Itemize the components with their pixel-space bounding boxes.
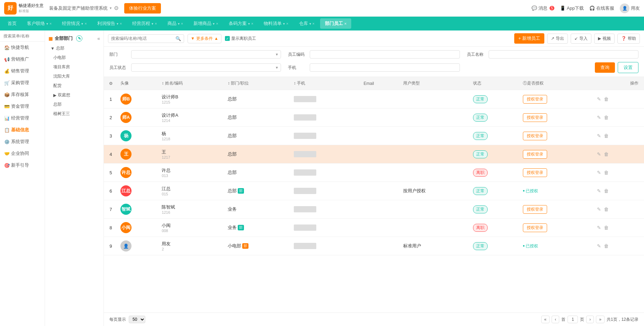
edit-icon[interactable]: ✎ xyxy=(597,170,601,175)
sidebar-item-collab[interactable]: 🤝 企业协同 xyxy=(0,148,45,159)
action-icons: ✎ 🗑 xyxy=(597,96,638,102)
dept-node-peihuo[interactable]: 配货 xyxy=(45,81,103,90)
sidebar-item-sales[interactable]: 💰 销售管理 xyxy=(0,65,45,77)
edit-icon[interactable]: ✎ xyxy=(597,225,601,230)
message-btn[interactable]: 💬 消息 5 xyxy=(532,5,554,11)
auth-login-btn[interactable]: 授权登录 xyxy=(523,205,547,214)
delete-icon[interactable]: 🗑 xyxy=(604,243,609,249)
tab-warehouse[interactable]: 仓库 ▾× xyxy=(294,18,319,29)
col-dept[interactable]: ↕ 部门/职位 xyxy=(225,77,291,90)
delete-icon[interactable]: 🗑 xyxy=(604,96,609,102)
col-phone[interactable]: ↕ 手机 xyxy=(291,77,361,90)
auth-login-btn[interactable]: 授权登录 xyxy=(523,113,547,122)
dept-tree-collapse-btn[interactable]: « xyxy=(97,36,100,41)
delete-icon[interactable]: 🗑 xyxy=(604,115,609,120)
edit-icon[interactable]: ✎ xyxy=(597,188,601,194)
employee-code: 1214 xyxy=(162,118,222,123)
prev-page-btn[interactable]: ‹ xyxy=(552,316,559,323)
tab-profit[interactable]: 利润报告 ▾× xyxy=(92,18,127,29)
edit-icon[interactable]: ✎ xyxy=(597,206,601,212)
resigned-checkbox[interactable]: ✓ xyxy=(225,36,230,41)
online-service-btn[interactable]: 🎧 在线客服 xyxy=(589,5,614,11)
tab-employees[interactable]: 部门员工 × xyxy=(320,18,351,29)
filter-status-select[interactable]: ▾ xyxy=(131,63,281,72)
sidebar-item-mgmt[interactable]: 📊 经营管理 xyxy=(0,112,45,124)
phone-value: •••••• xyxy=(294,151,316,157)
import-button[interactable]: ↙ 导入 xyxy=(571,34,591,44)
tab-barcode[interactable]: 条码方案 ▾× xyxy=(224,18,258,29)
help-button[interactable]: ❓ 帮助 xyxy=(617,34,640,44)
dept-node-zongbu-parent[interactable]: ▼ 总部 xyxy=(45,44,103,53)
gear-icon[interactable]: ⚙ xyxy=(114,5,119,11)
tab-customer[interactable]: 客户联络 ▾× xyxy=(22,18,56,29)
tab-add-goods[interactable]: 新增商品 ▾× xyxy=(189,18,223,29)
employee-avatar: 王 xyxy=(120,149,131,160)
delete-icon[interactable]: 🗑 xyxy=(604,151,609,157)
col-avatar: 头像 xyxy=(118,77,159,90)
dropdown-arrow-icon[interactable]: ▾ xyxy=(110,6,112,10)
col-settings[interactable]: ⚙ xyxy=(104,77,118,90)
dept-node-shenyang[interactable]: 沈阳大库 xyxy=(45,72,103,81)
sidebar-item-purchase[interactable]: 🛒 采购管理 xyxy=(0,77,45,89)
edit-icon[interactable]: ✎ xyxy=(597,243,601,249)
auth-login-btn[interactable]: 授权登录 xyxy=(523,168,547,177)
dept-node-xiangmu[interactable]: 项目库房 xyxy=(45,62,103,72)
filter-empname-input[interactable] xyxy=(489,50,638,59)
tab-goods[interactable]: 商品 ▾× xyxy=(163,18,188,29)
tab-operation[interactable]: 经营情况 ▾× xyxy=(57,18,91,29)
edit-icon[interactable]: ✎ xyxy=(597,115,601,120)
sidebar-item-stock[interactable]: 📦 库存核算 xyxy=(0,89,45,100)
filter-empcode-input[interactable] xyxy=(310,50,460,59)
auth-login-btn[interactable]: 授权登录 xyxy=(523,223,547,232)
edit-icon[interactable]: ✎ xyxy=(597,133,601,139)
col-name[interactable]: ↕ 姓名/编码 xyxy=(159,77,225,90)
sidebar-item-guide[interactable]: 🎯 新手引导 xyxy=(0,159,45,171)
last-page-btn[interactable]: » xyxy=(596,316,605,323)
trial-button[interactable]: 体验行业方案 xyxy=(124,3,161,14)
delete-icon[interactable]: 🗑 xyxy=(604,188,609,194)
pagination: « ‹ 首 1 页 › » 共1页，12条记录 xyxy=(541,316,638,323)
filter-more-btn[interactable]: ▼ 更多条件 ▲ xyxy=(188,34,221,43)
dept-node-xiaodibu[interactable]: 小电部 xyxy=(45,53,103,62)
first-page-btn[interactable]: « xyxy=(541,316,550,323)
filter-dept-select[interactable]: ▾ xyxy=(131,50,281,59)
view-button[interactable]: ▶ 视频 xyxy=(594,34,615,44)
dept-node-shuangting[interactable]: ▶ 双庭想 xyxy=(45,90,103,100)
dept-tree-settings-icon[interactable]: ✎ xyxy=(76,35,82,42)
sidebar-search-input[interactable] xyxy=(3,34,45,38)
edit-icon[interactable]: ✎ xyxy=(597,96,601,102)
dept-node-zongbu-sub[interactable]: 总部 xyxy=(45,100,103,109)
auth-login-btn[interactable]: 授权登录 xyxy=(523,132,547,140)
filter-phone-input[interactable] xyxy=(310,63,460,72)
tab-history[interactable]: 经营历程 ▾× xyxy=(127,18,162,29)
delete-icon[interactable]: 🗑 xyxy=(604,133,609,139)
add-employee-button[interactable]: + 新增员工 xyxy=(514,33,544,44)
auth-login-btn[interactable]: 授权登录 xyxy=(523,150,547,159)
sidebar-item-marketing[interactable]: 📢 营销推广 xyxy=(0,53,45,65)
export-button[interactable]: ↗ 导出 xyxy=(547,34,568,44)
edit-icon[interactable]: ✎ xyxy=(597,151,601,157)
col-auth[interactable]: ①是否授权 xyxy=(520,77,594,90)
search-input[interactable] xyxy=(111,36,174,41)
sidebar-item-system[interactable]: ⚙️ 系统管理 xyxy=(0,136,45,148)
search-button[interactable]: 查询 xyxy=(595,62,615,73)
employee-name: 陈智斌 xyxy=(162,204,222,210)
sidebar-item-finance[interactable]: 💳 资金管理 xyxy=(0,100,45,112)
filter-actions: 查询 设置 xyxy=(467,62,638,73)
auth-login-btn[interactable]: 授权登录 xyxy=(523,95,547,104)
tab-bom[interactable]: 物料清单 ▾× xyxy=(259,18,293,29)
user-area[interactable]: 👤 用友 xyxy=(620,3,640,13)
app-download-btn[interactable]: 📱 App下载 xyxy=(560,5,584,11)
delete-icon[interactable]: 🗑 xyxy=(604,170,609,175)
per-page-select[interactable]: 50 xyxy=(129,316,145,323)
employee-name: 杨 xyxy=(162,131,222,137)
sidebar-item-basic[interactable]: 📋 基础信息 xyxy=(0,124,45,136)
sidebar-item-quicknav[interactable]: 🏠 快捷导航 xyxy=(0,42,45,53)
set-button[interactable]: 设置 xyxy=(618,62,638,73)
dept-node-zhishu[interactable]: 植树王三 xyxy=(45,109,103,118)
next-page-btn[interactable]: › xyxy=(586,316,594,323)
tab-home[interactable]: 首页 xyxy=(3,18,21,29)
show-resigned-toggle[interactable]: ✓ 显示离职员工 xyxy=(225,36,256,42)
delete-icon[interactable]: 🗑 xyxy=(604,206,609,212)
delete-icon[interactable]: 🗑 xyxy=(604,225,609,230)
